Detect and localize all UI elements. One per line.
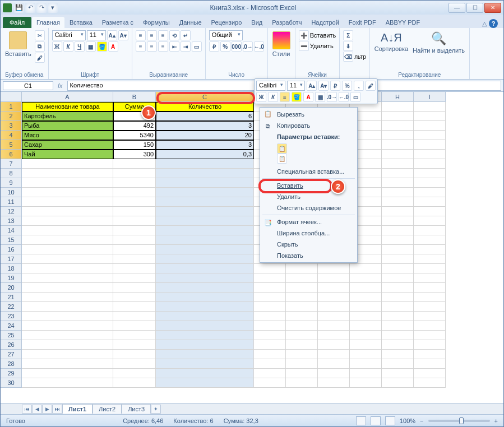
cell[interactable] (254, 321, 286, 331)
row-header[interactable]: 23 (1, 312, 22, 321)
cell[interactable] (382, 321, 414, 331)
cell[interactable] (254, 359, 286, 369)
cell[interactable] (350, 369, 382, 378)
mini-shrink-font-icon[interactable]: A▾ (318, 81, 329, 91)
cell[interactable] (414, 169, 446, 178)
tab-review[interactable]: Рецензиро (207, 17, 247, 28)
outdent-icon[interactable]: ⇤ (169, 41, 179, 52)
paste-button[interactable]: Вставить (4, 30, 33, 58)
currency-icon[interactable]: ₽ (209, 41, 219, 52)
fill-color-icon[interactable]: 🪣 (97, 41, 107, 52)
cell[interactable] (286, 331, 318, 340)
row-header[interactable]: 26 (1, 340, 22, 350)
mini-format-painter-icon[interactable]: 🖌 (366, 81, 376, 91)
cell[interactable] (113, 293, 156, 302)
cell[interactable] (113, 350, 156, 359)
number-format-combo[interactable]: Общий (209, 30, 243, 40)
cell[interactable] (414, 264, 446, 273)
cell[interactable] (382, 131, 414, 140)
cell[interactable] (414, 273, 446, 283)
cell[interactable] (382, 312, 414, 321)
cell[interactable] (156, 245, 254, 254)
cell[interactable] (22, 235, 113, 245)
sheet-nav-next[interactable]: ▶ (42, 405, 52, 414)
cell[interactable] (156, 359, 254, 369)
cell[interactable] (22, 159, 113, 169)
cell[interactable] (156, 264, 254, 273)
mini-font-color-icon[interactable]: A (303, 92, 313, 102)
cell[interactable] (156, 216, 254, 226)
tab-foxit[interactable]: Foxit PDF (344, 17, 381, 28)
mini-dec-decimal-icon[interactable]: ←.0 (339, 92, 349, 102)
paste-opt-1-icon[interactable]: 📋 (277, 143, 287, 154)
mini-currency-icon[interactable]: ₽ (330, 81, 340, 91)
cell[interactable] (156, 178, 254, 188)
view-break-icon[interactable] (385, 416, 395, 425)
cell[interactable] (22, 197, 113, 207)
cell[interactable] (382, 140, 414, 150)
underline-icon[interactable]: Ч (75, 41, 85, 52)
cell[interactable] (318, 331, 350, 340)
cell[interactable] (382, 112, 414, 121)
cell[interactable] (22, 178, 113, 188)
grow-font-icon[interactable]: A▴ (107, 30, 117, 40)
cell[interactable] (254, 273, 286, 283)
cell[interactable] (382, 207, 414, 216)
tab-layout[interactable]: Разметка с (98, 17, 138, 28)
cell[interactable] (22, 264, 113, 273)
sheet-tab-1[interactable]: Лист1 (62, 404, 93, 414)
name-box[interactable]: C1 (3, 81, 53, 90)
cell[interactable]: 20 (156, 131, 254, 140)
cell[interactable] (22, 216, 113, 226)
cell[interactable] (22, 293, 113, 302)
mini-grow-font-icon[interactable]: A▴ (307, 81, 317, 91)
cell[interactable] (22, 302, 113, 312)
ctx-paste-special[interactable]: Специальная вставка... (260, 166, 357, 177)
cell[interactable] (286, 273, 318, 283)
cell[interactable] (382, 150, 414, 159)
cell[interactable] (382, 197, 414, 207)
ctx-show[interactable]: Показать (260, 250, 357, 261)
cell[interactable]: 492 (113, 121, 156, 131)
cell[interactable] (382, 350, 414, 359)
row-header[interactable]: 30 (1, 378, 22, 388)
cell[interactable] (156, 312, 254, 321)
col-header-c[interactable]: C (156, 92, 254, 102)
row-header[interactable]: 6 (1, 150, 22, 159)
cell[interactable]: 0,3 (156, 150, 254, 159)
cells-insert-button[interactable]: ➕Вставить (299, 30, 336, 40)
cell[interactable] (22, 207, 113, 216)
cell[interactable] (156, 369, 254, 378)
cell[interactable] (350, 378, 382, 388)
row-header[interactable]: 19 (1, 273, 22, 283)
cell[interactable] (254, 293, 286, 302)
cell[interactable] (414, 235, 446, 245)
cell[interactable] (22, 226, 113, 235)
cell[interactable] (113, 312, 156, 321)
cell[interactable] (22, 254, 113, 264)
cell[interactable] (382, 159, 414, 169)
cell[interactable] (286, 359, 318, 369)
cell[interactable] (350, 264, 382, 273)
tab-data[interactable]: Данные (175, 17, 206, 28)
cell[interactable] (382, 359, 414, 369)
row-header[interactable]: 18 (1, 264, 22, 273)
cell[interactable] (350, 283, 382, 293)
cell[interactable] (156, 197, 254, 207)
col-header-a[interactable]: A (22, 92, 113, 102)
cell[interactable] (156, 207, 254, 216)
indent-icon[interactable]: ⇥ (181, 41, 191, 52)
cell[interactable] (156, 293, 254, 302)
cell[interactable] (350, 350, 382, 359)
cell[interactable] (156, 273, 254, 283)
ctx-hide[interactable]: Скрыть (260, 239, 357, 250)
cell[interactable]: Сахар (22, 140, 113, 150)
sheet-tab-2[interactable]: Лист2 (93, 404, 122, 414)
cell[interactable] (286, 302, 318, 312)
cell[interactable] (414, 340, 446, 350)
row-header[interactable]: 27 (1, 350, 22, 359)
sheet-nav-last[interactable]: ⏭ (52, 405, 62, 414)
cell[interactable] (113, 178, 156, 188)
cell[interactable] (22, 378, 113, 388)
percent-icon[interactable]: % (220, 41, 230, 52)
